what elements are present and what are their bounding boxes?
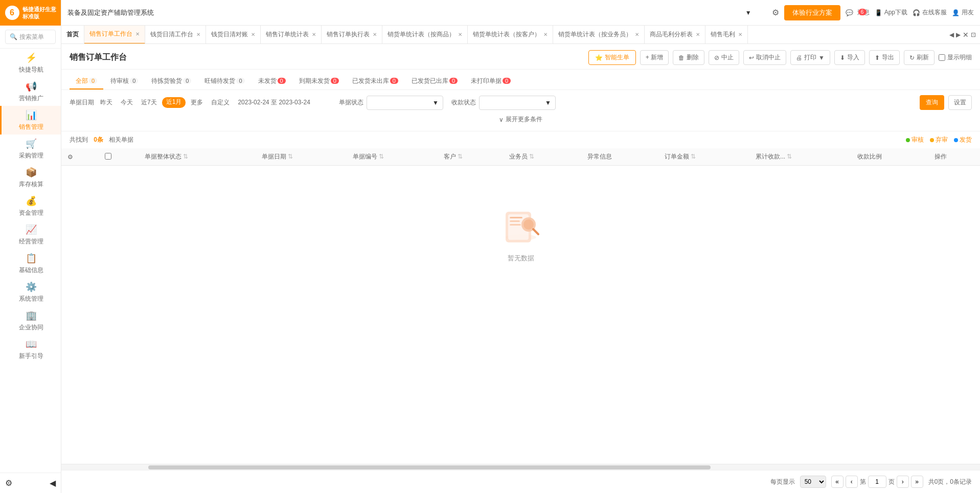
col-header-status[interactable]: 单据整体状态⇅ xyxy=(139,148,256,166)
ship-action[interactable]: 发货 xyxy=(954,136,972,144)
online-service-action[interactable]: 🎧 在线客服 xyxy=(913,8,947,17)
sidebar-item-basic-info[interactable]: 📋基础信息 xyxy=(0,249,61,278)
sidebar-item-operations[interactable]: 📈经营管理 xyxy=(0,220,61,249)
tabs-prev-icon[interactable]: ◀ xyxy=(949,31,954,38)
tab-sales-summary-customer[interactable]: 销货单统计表（按客户）✕ xyxy=(468,26,553,44)
title-dropdown[interactable]: ▼ xyxy=(745,9,751,16)
col-header-customer[interactable]: 客户⇅ xyxy=(438,148,503,166)
tab-close-sales-profit[interactable]: ✕ xyxy=(738,32,742,37)
import-btn[interactable]: ⬇ 导入 xyxy=(834,50,865,65)
tab-close-cash-daily[interactable]: ✕ xyxy=(196,32,200,37)
svg-line-8 xyxy=(533,229,538,234)
sidebar-item-system[interactable]: ⚙️系统管理 xyxy=(0,278,61,306)
subtab-expired-not-shipped[interactable]: 到期未发货0 xyxy=(293,74,345,89)
details-checkbox-input[interactable] xyxy=(939,54,945,61)
refresh-btn[interactable]: ↻ 刷新 xyxy=(904,50,935,65)
sidebar-item-sales[interactable]: 📊销售管理 xyxy=(0,106,61,135)
h-scroll-thumb[interactable] xyxy=(148,465,711,469)
status-select[interactable]: ▼ xyxy=(367,96,443,110)
suspend-btn[interactable]: ⊘ 中止 xyxy=(709,50,739,65)
settings-btn[interactable]: 设置 xyxy=(948,95,972,110)
nav-label-guide: 新手引导 xyxy=(19,352,43,361)
date-quick-btn-3[interactable]: 近1月 xyxy=(162,97,186,108)
col-header-number[interactable]: 单据编号⇅ xyxy=(347,148,438,166)
page-last-btn[interactable]: » xyxy=(911,476,923,488)
per-page-select[interactable]: 50 10 20 100 xyxy=(800,476,826,488)
subtab-pending-review[interactable]: 待审核0 xyxy=(104,74,144,89)
settings-icon[interactable]: ⚙ xyxy=(5,478,12,488)
print-btn[interactable]: 🖨 打印 ▼ xyxy=(790,50,830,65)
sidebar-item-enterprise[interactable]: 🏢企业协同 xyxy=(0,306,61,335)
settings-gear[interactable]: ⚙ xyxy=(772,8,779,17)
subtab-not-shipped[interactable]: 未发货0 xyxy=(252,74,292,89)
export-btn[interactable]: ⬆ 导出 xyxy=(869,50,900,65)
query-btn[interactable]: 查询 xyxy=(920,95,944,110)
tab-cash-reconcile[interactable]: 钱货日清对账✕ xyxy=(206,26,261,44)
page-first-btn[interactable]: « xyxy=(831,476,844,488)
subtab-all[interactable]: 全部0 xyxy=(70,74,103,89)
page-number-input[interactable] xyxy=(868,476,886,488)
col-header-date[interactable]: 单据日期⇅ xyxy=(256,148,347,166)
cancel-review-action[interactable]: 弃审 xyxy=(930,136,948,144)
subtab-wangpu-pending[interactable]: 旺铺待发货0 xyxy=(198,74,250,89)
app-download-action[interactable]: 📱 App下载 xyxy=(875,8,907,17)
page-prev-btn[interactable]: ‹ xyxy=(846,476,858,488)
date-quick-btn-4[interactable]: 更多 xyxy=(188,97,206,108)
tab-close-sales-stats[interactable]: ✕ xyxy=(312,32,316,37)
search-menu-button[interactable]: 🔍 搜索菜单 xyxy=(5,30,56,44)
sidebar-item-purchase[interactable]: 🛒采购管理 xyxy=(0,135,61,163)
solution-btn[interactable]: 体验行业方案 xyxy=(784,5,840,20)
user-action[interactable]: 👤 用友 xyxy=(952,8,974,17)
page-next-btn[interactable]: › xyxy=(897,476,909,488)
date-quick-btn-5[interactable]: 自定义 xyxy=(208,97,233,108)
subtab-shipped-not-out[interactable]: 已发货未出库0 xyxy=(346,74,404,89)
col-settings-icon[interactable]: ⚙ xyxy=(67,153,73,161)
col-header-salesperson[interactable]: 业务员⇅ xyxy=(503,148,581,166)
delete-btn[interactable]: 🗑 删除 xyxy=(673,50,704,65)
col-header-amount[interactable]: 订单金额⇅ xyxy=(658,148,749,166)
expand-conditions-btn[interactable]: ∨ 展开更多条件 xyxy=(495,113,546,126)
sidebar-item-guide[interactable]: 📖新手引导 xyxy=(0,335,61,364)
select-all-checkbox[interactable] xyxy=(105,153,111,160)
tab-sales-profit[interactable]: 销售毛利✕ xyxy=(705,26,748,44)
sidebar-item-quick-nav[interactable]: ⚡快捷导航 xyxy=(0,49,61,77)
tab-sales-summary-staff[interactable]: 销货单统计表（按业务员）✕ xyxy=(553,26,645,44)
col-header-collected[interactable]: 累计收款...⇅ xyxy=(749,148,851,166)
show-details-checkbox[interactable]: 显示明细 xyxy=(939,53,972,62)
tab-close-cash-reconcile[interactable]: ✕ xyxy=(251,32,255,37)
review-action[interactable]: 审核 xyxy=(906,136,924,144)
tab-cash-daily[interactable]: 钱货日清工作台✕ xyxy=(145,26,206,44)
sidebar-item-marketing[interactable]: 📢营销推广 xyxy=(0,77,61,106)
tab-close-sales-summary-customer[interactable]: ✕ xyxy=(543,32,548,37)
tab-close-sales-workbench[interactable]: ✕ xyxy=(135,31,140,37)
subtab-not-printed[interactable]: 未打印单据0 xyxy=(465,74,517,89)
tab-sales-summary-product[interactable]: 销货单统计表（按商品）✕ xyxy=(382,26,468,44)
date-quick-btn-2[interactable]: 近7天 xyxy=(138,97,160,108)
sidebar-item-finance[interactable]: 💰资金管理 xyxy=(0,192,61,220)
add-btn[interactable]: + 新增 xyxy=(640,50,669,65)
tab-sales-exec[interactable]: 销售订单执行表✕ xyxy=(322,26,382,44)
tab-expand-icon[interactable]: ⊡ xyxy=(971,31,976,38)
date-quick-btn-1[interactable]: 今天 xyxy=(118,97,136,108)
cancel-suspend-btn[interactable]: ↩ 取消中止 xyxy=(743,50,786,65)
subtab-shipped-out[interactable]: 已发货已出库0 xyxy=(405,74,464,89)
tab-close-sales-summary-staff[interactable]: ✕ xyxy=(635,32,639,37)
tab-close-sales-exec[interactable]: ✕ xyxy=(373,32,377,37)
payment-select[interactable]: ▼ xyxy=(479,96,556,110)
table-scroll[interactable]: ⚙单据整体状态⇅单据日期⇅单据编号⇅客户⇅业务员⇅异常信息订单金额⇅累计收款..… xyxy=(61,148,980,464)
tabs-next-icon[interactable]: ▶ xyxy=(956,31,961,38)
h-scroll-bar[interactable] xyxy=(61,464,980,470)
collapse-icon[interactable]: ◀ xyxy=(50,478,56,488)
message-action[interactable]: 💬 6 消息 xyxy=(846,8,870,17)
smart-create-btn[interactable]: ⭐ 智能生单 xyxy=(588,50,636,65)
sidebar-item-inventory[interactable]: 📦库存核算 xyxy=(0,163,61,192)
tab-close-product-margin[interactable]: ✕ xyxy=(696,32,700,37)
tab-home[interactable]: 首页 xyxy=(61,26,84,44)
date-quick-btn-0[interactable]: 昨天 xyxy=(97,97,116,108)
tab-sales-stats[interactable]: 销售订单统计表✕ xyxy=(261,26,322,44)
tab-close-all-icon[interactable]: ✕ xyxy=(963,31,969,39)
tab-sales-workbench[interactable]: 销售订单工作台✕ xyxy=(84,26,145,44)
tab-close-sales-summary-product[interactable]: ✕ xyxy=(458,32,462,37)
tab-product-margin[interactable]: 商品毛利分析表✕ xyxy=(645,26,705,44)
subtab-pending-inspect[interactable]: 待拣货验货0 xyxy=(145,74,197,89)
